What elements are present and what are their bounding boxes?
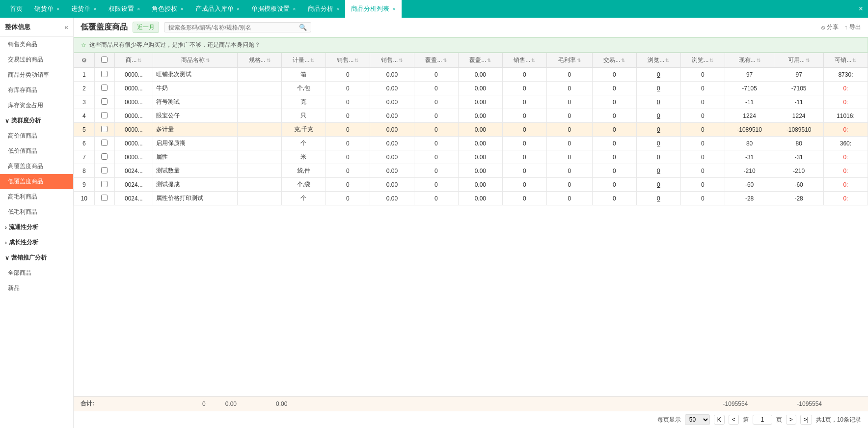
sidebar-item-sales-products[interactable]: 销售类商品 <box>0 37 73 52</box>
col-transactions[interactable]: 交易...⇅ <box>592 53 636 68</box>
row-views1[interactable]: 0 <box>636 109 680 123</box>
close-permissions-tab[interactable]: × <box>137 6 140 12</box>
page-size-label: 每页显示 <box>657 416 681 424</box>
nav-tab-roles[interactable]: 角色授权 × <box>146 0 189 18</box>
nav-tab-purchase[interactable]: 进货单 × <box>65 0 102 18</box>
row-views1[interactable]: 0 <box>636 95 680 109</box>
close-purchase-tab[interactable]: × <box>93 6 96 12</box>
nav-tab-sales[interactable]: 销货单 × <box>28 0 65 18</box>
first-page-button[interactable]: K <box>714 415 725 425</box>
nav-tab-finished-goods[interactable]: 产成品入库单 × <box>190 0 245 18</box>
sidebar-section-growth[interactable]: › 成长性分析 <box>0 235 73 250</box>
row-sales-days: 0 <box>502 82 546 95</box>
row-views1[interactable]: 0 <box>636 178 680 192</box>
row-views1[interactable]: 0 <box>636 68 680 82</box>
row-checkbox[interactable] <box>94 109 114 123</box>
next-page-button[interactable]: > <box>786 415 796 425</box>
row-views1[interactable]: 0 <box>636 123 680 137</box>
sidebar-item-new-products[interactable]: 新品 <box>0 281 73 296</box>
row-views1[interactable]: 0 <box>636 137 680 150</box>
col-coverage1[interactable]: 覆盖...⇅ <box>414 53 458 68</box>
row-transactions: 0 <box>592 82 636 95</box>
row-sales-days: 0 <box>502 164 546 178</box>
sidebar-item-inventory-capital[interactable]: 库存资金占用 <box>0 98 73 113</box>
row-cov2: 0.00 <box>458 178 502 192</box>
col-settings[interactable]: ⚙ <box>74 53 95 68</box>
row-checkbox[interactable] <box>94 178 114 192</box>
time-filter-button[interactable]: 近一月 <box>133 22 159 33</box>
close-template-settings-tab[interactable]: × <box>293 6 296 12</box>
col-spec[interactable]: 规格...⇅ <box>238 53 282 68</box>
col-available[interactable]: 可用...⇅ <box>774 53 824 68</box>
nav-tab-product-analysis-list[interactable]: 商品分析列表 × <box>345 0 401 18</box>
col-code[interactable]: 商...⇅ <box>114 53 153 68</box>
row-code: 0000... <box>114 109 153 123</box>
nav-tab-template-settings[interactable]: 单据模板设置 × <box>245 0 301 18</box>
select-all-checkbox[interactable] <box>101 57 108 63</box>
page-number-input[interactable] <box>753 415 772 425</box>
close-roles-tab[interactable]: × <box>180 6 183 12</box>
sidebar-item-traded-products[interactable]: 交易过的商品 <box>0 52 73 67</box>
close-finished-goods-tab[interactable]: × <box>237 6 240 12</box>
row-checkbox[interactable] <box>94 123 114 137</box>
sidebar-item-low-value[interactable]: 低价值商品 <box>0 143 73 159</box>
col-coverage2[interactable]: 覆盖...⇅ <box>458 53 502 68</box>
row-code: 0000... <box>114 95 153 109</box>
table-row: 6 0000... 启用保质期 个 0 0.00 0 0.00 0 0 0 0 … <box>74 137 868 150</box>
row-checkbox[interactable] <box>94 95 114 109</box>
share-button[interactable]: ⎋ 分享 <box>821 23 839 31</box>
close-product-analysis-tab[interactable]: × <box>336 6 339 12</box>
row-gross-margin: 0 <box>546 123 592 137</box>
sidebar-section-marketing[interactable]: ∨ 营销推广分析 <box>0 250 73 265</box>
row-sales-qty: 0 <box>326 95 370 109</box>
row-views1[interactable]: 0 <box>636 82 680 95</box>
row-views1[interactable]: 0 <box>636 150 680 164</box>
prev-page-button[interactable]: < <box>729 415 739 425</box>
sidebar-collapse-button[interactable]: « <box>64 23 68 31</box>
col-sales-days[interactable]: 销售...⇅ <box>502 53 546 68</box>
close-product-analysis-list-tab[interactable]: × <box>392 6 395 12</box>
col-sales-amt[interactable]: 销售...⇅ <box>370 53 414 68</box>
row-checkbox[interactable] <box>94 164 114 178</box>
row-checkbox[interactable] <box>94 68 114 82</box>
col-views1[interactable]: 浏览...⇅ <box>636 53 680 68</box>
sidebar-section-group-analysis[interactable]: ∨ 类群度分析 <box>0 113 73 128</box>
row-checkbox[interactable] <box>94 137 114 150</box>
row-checkbox[interactable] <box>94 192 114 205</box>
footer-sales-qty: 0 <box>202 400 206 407</box>
row-checkbox[interactable] <box>94 150 114 164</box>
sidebar-item-stocked-products[interactable]: 有库存商品 <box>0 83 73 98</box>
nav-tab-product-analysis[interactable]: 商品分析 × <box>302 0 345 18</box>
row-views1[interactable]: 0 <box>636 192 680 205</box>
col-checkbox[interactable] <box>94 53 114 68</box>
col-views2[interactable]: 浏览...⇅ <box>680 53 725 68</box>
col-unit[interactable]: 计量...⇅ <box>282 53 326 68</box>
nav-tab-permissions[interactable]: 权限设置 × <box>103 0 146 18</box>
sidebar-item-high-margin[interactable]: 高毛利商品 <box>0 189 73 204</box>
sidebar-item-category-turnover[interactable]: 商品分类动销率 <box>0 67 73 83</box>
col-name[interactable]: 商品名称⇅ <box>153 53 238 68</box>
col-current-stock[interactable]: 现有...⇅ <box>725 53 774 68</box>
col-sellable[interactable]: 可销...⇅ <box>823 53 868 68</box>
search-input[interactable] <box>168 24 299 31</box>
sidebar-item-low-coverage[interactable]: 低覆盖度商品 <box>0 174 73 189</box>
close-sales-tab[interactable]: × <box>56 6 59 12</box>
col-sales-qty[interactable]: 销售...⇅ <box>326 53 370 68</box>
last-page-button[interactable]: >| <box>800 415 812 425</box>
row-views1[interactable]: 0 <box>636 164 680 178</box>
sidebar-item-all-products[interactable]: 全部商品 <box>0 265 73 281</box>
col-gross-margin[interactable]: 毛利率⇅ <box>546 53 592 68</box>
close-all-tabs[interactable]: × <box>859 4 863 13</box>
row-sales-amt: 0.00 <box>370 68 414 82</box>
row-code: 0000... <box>114 123 153 137</box>
nav-tab-home[interactable]: 首页 <box>4 0 28 18</box>
page-size-select[interactable]: 50 20 100 <box>685 414 710 425</box>
sidebar-section-circulation[interactable]: › 流通性分析 <box>0 220 73 235</box>
row-unit: 个 <box>282 192 326 205</box>
sidebar-item-high-value[interactable]: 高价值商品 <box>0 128 73 143</box>
export-button[interactable]: ↑ 导出 <box>844 23 861 31</box>
row-checkbox[interactable] <box>94 82 114 95</box>
sidebar-item-low-margin[interactable]: 低毛利商品 <box>0 204 73 220</box>
row-cov2: 0.00 <box>458 192 502 205</box>
sidebar-item-high-coverage[interactable]: 高覆盖度商品 <box>0 159 73 174</box>
